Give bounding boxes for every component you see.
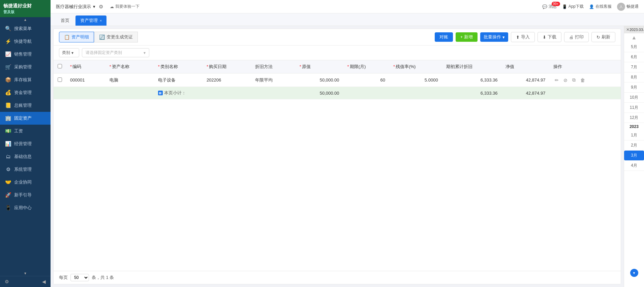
month-item-10月[interactable]: 10月 bbox=[624, 93, 644, 103]
settings-icon[interactable]: ⚙ bbox=[5, 279, 9, 284]
experience-button[interactable]: ☁ 我要体验一下 bbox=[110, 4, 140, 9]
print-button[interactable]: 🖨 打印 bbox=[564, 32, 589, 42]
sidebar-scroll-down[interactable]: ▼ bbox=[0, 271, 51, 276]
sidebar-label-5: 资金管理 bbox=[14, 90, 32, 96]
month-item-5月[interactable]: 5月 bbox=[624, 42, 644, 52]
company-selector[interactable]: 医疗器械行业演示 ▾ bbox=[56, 4, 95, 10]
horizontal-scrollbar[interactable] bbox=[54, 267, 621, 271]
collapse-icon[interactable]: ◀ bbox=[42, 279, 46, 284]
refresh-button[interactable]: ↻ 刷新 bbox=[591, 32, 615, 42]
app-download-button[interactable]: 📱 App下载 bbox=[562, 4, 584, 9]
asset-table-area: *编码 *资产名称 *类别名称 *购买日期 折旧方法 *原值 *期限(月) *残… bbox=[54, 60, 621, 267]
new-button[interactable]: + 新增 bbox=[456, 32, 478, 42]
subtab-voucher-change[interactable]: 🔄 变更生成凭证 bbox=[94, 32, 138, 42]
service-button[interactable]: 👤 在线客服 bbox=[589, 4, 612, 9]
sidebar-item-库存核算[interactable]: 📦库存核算 bbox=[0, 73, 51, 86]
subtotal-icon: ▦ bbox=[158, 91, 163, 95]
reconcile-button[interactable]: 对账 bbox=[435, 32, 453, 42]
row-checkbox-0[interactable] bbox=[58, 77, 62, 82]
copy-icon-0[interactable]: ⧉ bbox=[571, 76, 577, 84]
sidebar-icon-1: ⚡ bbox=[5, 38, 11, 44]
sidebar-item-应用中心[interactable]: 📱应用中心 bbox=[0, 201, 51, 214]
print-label: 打印 bbox=[575, 34, 584, 40]
import-button[interactable]: ⬆ 导入 bbox=[511, 32, 535, 42]
category-input-placeholder: 请选择固定资产类别 bbox=[86, 50, 122, 56]
sidebar-item-基础信息[interactable]: 🗂基础信息 bbox=[0, 150, 51, 163]
subtab-asset-detail[interactable]: 📋 资产明细 bbox=[59, 32, 94, 42]
sidebar-item-搜索菜单[interactable]: 🔍搜索菜单 bbox=[0, 22, 51, 35]
header-code: *编码 bbox=[66, 60, 105, 73]
topbar-gear-icon[interactable]: ⚙ bbox=[99, 4, 103, 10]
right-panel-months: 5月6月7月8月9月10月11月12月20231月2月3月4月 bbox=[624, 42, 644, 287]
sidebar-item-采购管理[interactable]: 🛒采购管理 bbox=[0, 61, 51, 73]
month-item-4月[interactable]: 4月 bbox=[624, 161, 644, 171]
sidebar-icon-10: 🗂 bbox=[5, 154, 11, 159]
month-item-11月[interactable]: 11月 bbox=[624, 103, 644, 113]
row-actions-0: ✏ ⊘ ⧉ 🗑 bbox=[549, 73, 621, 87]
per-page-select[interactable]: 50 10 20 100 bbox=[70, 274, 89, 281]
sidebar-scroll-up[interactable]: ▲ bbox=[0, 17, 51, 22]
subtotal-label: 本页小计： bbox=[164, 90, 186, 96]
asset-detail-icon: 📋 bbox=[64, 34, 70, 40]
sidebar-item-销售管理[interactable]: 📈销售管理 bbox=[0, 48, 51, 61]
username-label: 畅捷通 bbox=[626, 4, 639, 9]
category-select[interactable]: 类别 ▾ bbox=[59, 48, 79, 57]
sidebar-item-企业协同[interactable]: 🤝企业协同 bbox=[0, 176, 51, 189]
sidebar-icon-4: 📦 bbox=[5, 77, 11, 83]
content-area: 📋 资产明细 🔄 变更生成凭证 对账 + 新增 批量操作 ▾ ⬆ bbox=[51, 26, 644, 287]
row-category-0: 电子设备 bbox=[154, 73, 203, 87]
tab-asset-management[interactable]: 资产管理 × bbox=[75, 15, 106, 26]
header-checkbox-cell bbox=[54, 60, 66, 73]
edit-icon-0[interactable]: ✏ bbox=[553, 77, 560, 84]
row-residual-rate-0: 5.0000 bbox=[389, 73, 442, 87]
print-icon: 🖨 bbox=[569, 35, 574, 40]
sidebar-item-资金管理[interactable]: 💰资金管理 bbox=[0, 86, 51, 99]
row-code-0: 000001 bbox=[66, 73, 105, 87]
sidebar-item-固定资产[interactable]: 🏢固定资产 bbox=[0, 112, 51, 125]
sidebar-item-经营管理[interactable]: 📊经营管理 bbox=[0, 137, 51, 150]
disable-icon-0[interactable]: ⊘ bbox=[562, 77, 569, 84]
sidebar-label-6: 总账管理 bbox=[14, 102, 32, 108]
sidebar-item-系统管理[interactable]: ⚙系统管理 bbox=[0, 163, 51, 176]
asset-table: *编码 *资产名称 *类别名称 *购买日期 折旧方法 *原值 *期限(月) *残… bbox=[54, 60, 621, 99]
sidebar-item-快捷导航[interactable]: ⚡快捷导航 bbox=[0, 35, 51, 48]
month-item-3月[interactable]: 3月 bbox=[624, 151, 644, 161]
batch-ops-button[interactable]: 批量操作 ▾ bbox=[480, 32, 508, 42]
month-item-9月[interactable]: 9月 bbox=[624, 83, 644, 93]
tab-close-icon[interactable]: × bbox=[100, 19, 102, 23]
sidebar-icon-2: 📈 bbox=[5, 51, 11, 57]
subtotal-original-value: 50,000.00 bbox=[296, 87, 343, 99]
category-select-label: 类别 bbox=[62, 50, 70, 56]
sidebar-label-0: 搜索菜单 bbox=[14, 26, 32, 32]
sidebar-icon-7: 🏢 bbox=[5, 115, 11, 121]
header-original-value: *原值 bbox=[296, 60, 343, 73]
row-period-0: 60 bbox=[343, 73, 390, 87]
download-button[interactable]: ⬇ 下载 bbox=[538, 32, 561, 42]
sidebar-item-总账管理[interactable]: 📒总账管理 bbox=[0, 99, 51, 112]
month-scroll-up[interactable]: ▲ bbox=[630, 33, 638, 42]
sidebar-item-工资[interactable]: 💵工资 bbox=[0, 125, 51, 137]
user-menu[interactable]: 人 畅捷通 bbox=[617, 3, 639, 11]
select-all-checkbox[interactable] bbox=[58, 64, 62, 68]
delete-icon-0[interactable]: 🗑 bbox=[579, 77, 586, 84]
table-body: 000001 电脑 电子设备 202206 年限平均 50,000.00 60 … bbox=[54, 73, 621, 99]
sidebar-item-新手引导[interactable]: 🚀新手引导 bbox=[0, 189, 51, 201]
message-button[interactable]: 💬 消息 99+ bbox=[542, 4, 557, 9]
header-depreciation-method: 折旧方法 bbox=[251, 60, 296, 73]
subtab-asset-detail-label: 资产明细 bbox=[71, 34, 89, 40]
category-input[interactable]: 请选择固定资产类别 ▾ bbox=[82, 48, 149, 57]
scroll-down-circle[interactable]: ▼ bbox=[630, 269, 638, 277]
right-panel-close-icon[interactable]: ✕ bbox=[626, 27, 630, 32]
header-net-value: 净值 bbox=[501, 60, 549, 73]
month-item-1月[interactable]: 1月 bbox=[624, 130, 644, 140]
month-item-12月[interactable]: 12月 bbox=[624, 113, 644, 123]
tab-home[interactable]: 首页 bbox=[56, 15, 74, 26]
month-item-2月[interactable]: 2月 bbox=[624, 140, 644, 151]
month-item-6月[interactable]: 6月 bbox=[624, 52, 644, 62]
sidebar-label-4: 库存核算 bbox=[14, 77, 32, 83]
month-item-7月[interactable]: 7月 bbox=[624, 62, 644, 72]
sidebar-label-9: 经营管理 bbox=[14, 141, 32, 147]
category-input-chevron: ▾ bbox=[144, 51, 146, 55]
topbar-right: 💬 消息 99+ 📱 App下载 👤 在线客服 人 畅捷通 bbox=[542, 3, 639, 11]
month-item-8月[interactable]: 8月 bbox=[624, 72, 644, 83]
